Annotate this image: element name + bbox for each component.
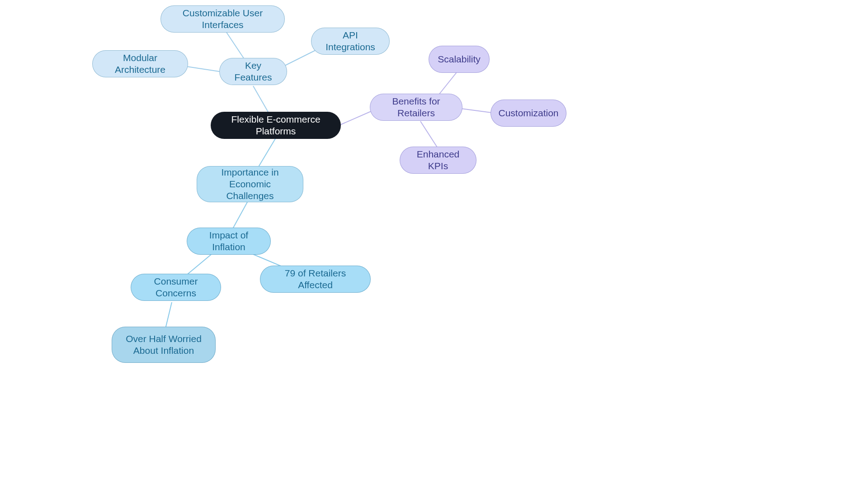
node-label: Impact of Inflation	[195, 229, 262, 253]
node-label: 79 of Retailers Affected	[269, 267, 362, 291]
node-label: Flexible E-commerce Platforms	[219, 114, 333, 138]
svg-line-5	[439, 72, 457, 95]
node-modular-architecture[interactable]: Modular Architecture	[92, 50, 188, 77]
node-consumer-concerns[interactable]: Consumer Concerns	[131, 274, 221, 301]
node-key-features[interactable]: Key Features	[219, 58, 287, 85]
node-label: Benefits for Retailers	[378, 95, 454, 119]
node-enhanced-kpis[interactable]: Enhanced KPIs	[400, 147, 476, 174]
node-root[interactable]: Flexible E-commerce Platforms	[211, 112, 341, 139]
node-benefits-for-retailers[interactable]: Benefits for Retailers	[370, 94, 462, 121]
node-importance-economic-challenges[interactable]: Importance in Economic Challenges	[197, 166, 303, 202]
svg-line-7	[420, 121, 439, 149]
node-label: Key Features	[228, 60, 278, 84]
node-label: API Integrations	[320, 29, 381, 53]
node-label: Over Half Worried About Inflation	[120, 333, 207, 357]
node-customization[interactable]: Customization	[491, 100, 566, 127]
svg-line-12	[165, 302, 172, 330]
node-label: Customizable User Interfaces	[169, 7, 276, 31]
svg-line-11	[185, 253, 212, 276]
node-label: Scalability	[438, 53, 481, 65]
node-label: Modular Architecture	[101, 52, 179, 76]
node-label: Importance in Economic Challenges	[205, 167, 295, 202]
node-label: Customization	[498, 107, 558, 119]
node-label: Consumer Concerns	[139, 276, 212, 300]
node-label: Enhanced KPIs	[408, 148, 468, 172]
node-79-retailers-affected[interactable]: 79 of Retailers Affected	[260, 266, 371, 293]
svg-line-1	[226, 32, 244, 59]
node-api-integrations[interactable]: API Integrations	[311, 28, 390, 55]
node-customizable-ui[interactable]: Customizable User Interfaces	[160, 5, 285, 33]
mindmap-canvas: Flexible E-commerce Platforms Key Featur…	[0, 0, 868, 490]
node-over-half-worried[interactable]: Over Half Worried About Inflation	[112, 327, 216, 363]
svg-line-9	[233, 201, 248, 228]
node-scalability[interactable]: Scalability	[429, 46, 490, 73]
node-impact-of-inflation[interactable]: Impact of Inflation	[187, 228, 271, 255]
svg-line-4	[339, 109, 375, 125]
svg-line-6	[461, 109, 495, 113]
